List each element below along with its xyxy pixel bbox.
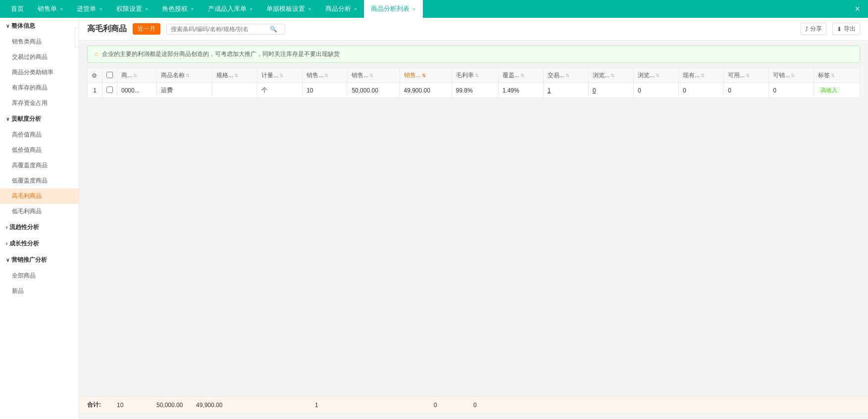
col-available-stock[interactable]: 可用...⇅: [724, 68, 769, 83]
col-sales-net[interactable]: 销售...⇅: [400, 68, 452, 83]
nav-sales-order[interactable]: 销售单 ×: [31, 0, 70, 18]
col-sellable[interactable]: 可销...⇅: [769, 68, 814, 83]
sidebar-group-marketing[interactable]: ∨ 营销推广分析: [0, 252, 79, 268]
row-sales-net: 49,900.00: [400, 83, 452, 98]
row-name: 运费: [157, 83, 212, 98]
close-icon[interactable]: ×: [308, 6, 311, 12]
col-tag[interactable]: 标签⇅: [814, 68, 860, 83]
close-icon[interactable]: ×: [412, 6, 415, 12]
table-footer: 合计: 10 50,000.00 49,900.00 1 0 0: [79, 396, 868, 413]
close-icon[interactable]: ×: [145, 6, 148, 12]
sidebar-collapse-button[interactable]: 《: [75, 28, 79, 47]
sidebar-group-contribution[interactable]: ∨ 贡献度分析: [0, 111, 79, 127]
nav-role-auth[interactable]: 角色授权 ×: [155, 0, 201, 18]
data-table: ⚙ 商...⇅ 商品名称⇅ 规格...⇅ 计量...⇅ 销售...⇅ 销售...…: [87, 68, 860, 98]
sidebar-item-low-margin[interactable]: 低毛利商品: [0, 204, 79, 219]
row-sales-amount: 50,000.00: [348, 83, 400, 98]
col-sales-amount[interactable]: 销售...⇅: [348, 68, 400, 83]
time-filter-button[interactable]: 近一月: [133, 23, 160, 35]
nav-permission-settings[interactable]: 权限设置 ×: [109, 0, 155, 18]
footer-available-stock: 0: [467, 402, 507, 409]
nav-product-analysis[interactable]: 商品分析 ×: [318, 0, 364, 18]
table-header-row: ⚙ 商...⇅ 商品名称⇅ 规格...⇅ 计量...⇅ 销售...⇅ 销售...…: [88, 68, 860, 83]
search-icon[interactable]: 🔍: [270, 26, 277, 33]
col-current-stock[interactable]: 现有...⇅: [679, 68, 724, 83]
content-area: 高毛利商品 近一月 🔍 ⤴ 分享 ⬇ 导出 ☆ 企业的主要的利润都是这部分商品创…: [79, 18, 868, 419]
col-spec[interactable]: 规格...⇅: [212, 68, 257, 83]
sidebar-item-low-value[interactable]: 低价值商品: [0, 142, 79, 158]
sidebar: ∨ 整体信息 销售类商品 交易过的商品 商品分类助销率 有库存的商品 库存资金占…: [0, 18, 79, 419]
col-settings[interactable]: ⚙: [88, 68, 102, 83]
window-close-button[interactable]: ×: [851, 4, 864, 14]
row-spec: [212, 83, 257, 98]
row-no: 1: [88, 83, 102, 98]
nav-product-inbound[interactable]: 产成品入库单 ×: [201, 0, 259, 18]
col-gross-margin[interactable]: 毛利率⇅: [452, 68, 498, 83]
tip-banner: ☆ 企业的主要的利润都是这部分商品创造的，可考虑加大推广，同时关注库存是不要出现…: [87, 46, 860, 63]
col-name[interactable]: 商品名称⇅: [157, 68, 212, 83]
row-checkbox[interactable]: [102, 83, 117, 98]
close-icon[interactable]: ×: [60, 6, 63, 12]
sidebar-item-high-margin[interactable]: 高毛利商品: [0, 188, 79, 204]
footer-empty3: [349, 402, 388, 409]
share-icon: ⤴: [805, 26, 808, 33]
sidebar-item-new-products[interactable]: 新品: [0, 283, 79, 299]
sidebar-item-high-coverage[interactable]: 高覆盖度商品: [0, 158, 79, 173]
row-select-checkbox[interactable]: [106, 87, 113, 93]
nav-purchase-order[interactable]: 进货单 ×: [70, 0, 109, 18]
export-icon: ⬇: [837, 26, 842, 33]
tip-icon: ☆: [94, 51, 99, 58]
nav-home[interactable]: 首页: [4, 0, 31, 18]
footer-sales-net: 49,900.00: [190, 402, 230, 409]
row-gross-margin: 99.8%: [452, 83, 498, 98]
col-browse2[interactable]: 浏览...⇅: [633, 68, 678, 83]
footer-empty2: [269, 402, 309, 409]
col-sales-qty[interactable]: 销售...⇅: [303, 68, 348, 83]
horizontal-scrollbar[interactable]: [79, 413, 868, 419]
footer-sales-qty: 10: [111, 402, 151, 409]
search-input[interactable]: [171, 26, 270, 33]
sidebar-group-growth[interactable]: › 成长性分析: [0, 235, 79, 252]
col-unit[interactable]: 计量...⇅: [257, 68, 303, 83]
sidebar-item-all-goods[interactable]: 全部商品: [0, 268, 79, 283]
row-trade: 1: [543, 83, 588, 98]
col-trade[interactable]: 交易...⇅: [543, 68, 588, 83]
sidebar-item-in-stock-goods[interactable]: 有库存的商品: [0, 80, 79, 95]
col-coverage[interactable]: 覆盖...⇅: [498, 68, 543, 83]
close-icon[interactable]: ×: [191, 6, 194, 12]
col-browse1[interactable]: 浏览...⇅: [588, 68, 633, 83]
select-all-checkbox[interactable]: [106, 72, 113, 78]
row-available-stock: 0: [724, 83, 769, 98]
col-code[interactable]: 商...⇅: [117, 68, 157, 83]
sidebar-group-overall-info[interactable]: ∨ 整体信息: [0, 18, 79, 34]
export-button[interactable]: ⬇ 导出: [832, 23, 860, 35]
sidebar-item-traded-goods[interactable]: 交易过的商品: [0, 49, 79, 65]
nav-template-settings[interactable]: 单据模板设置 ×: [259, 0, 318, 18]
footer-empty1: [230, 402, 269, 409]
row-unit: 个: [257, 83, 303, 98]
footer-values: 10 50,000.00 49,900.00 1 0 0: [111, 402, 507, 409]
content-header: 高毛利商品 近一月 🔍 ⤴ 分享 ⬇ 导出: [79, 18, 868, 41]
sidebar-item-high-value[interactable]: 高价值商品: [0, 127, 79, 142]
expand-icon: ∨: [6, 23, 9, 29]
share-button[interactable]: ⤴ 分享: [801, 23, 826, 35]
sidebar-item-sales-goods[interactable]: 销售类商品: [0, 34, 79, 49]
nav-product-analysis-list[interactable]: 商品分析列表 ×: [364, 0, 422, 18]
table-wrapper: ⚙ 商...⇅ 商品名称⇅ 规格...⇅ 计量...⇅ 销售...⇅ 销售...…: [79, 68, 868, 396]
sidebar-item-category-rate[interactable]: 商品分类助销率: [0, 65, 79, 80]
close-icon[interactable]: ×: [354, 6, 357, 12]
expand-icon: ›: [6, 241, 7, 246]
row-sales-qty: 10: [303, 83, 348, 98]
sidebar-item-low-coverage[interactable]: 低覆盖度商品: [0, 173, 79, 188]
col-checkbox[interactable]: [102, 68, 117, 83]
header-actions: ⤴ 分享 ⬇ 导出: [801, 23, 860, 35]
footer-total-label: 合计:: [87, 401, 101, 409]
close-icon[interactable]: ×: [250, 6, 253, 12]
row-browse1: 0: [588, 83, 633, 98]
sidebar-item-stock-capital[interactable]: 库存资金占用: [0, 95, 79, 111]
row-current-stock: 0: [679, 83, 724, 98]
footer-current-stock: 0: [428, 402, 467, 409]
close-icon[interactable]: ×: [99, 6, 102, 12]
expand-icon: ›: [6, 225, 7, 230]
sidebar-group-flow-trend[interactable]: › 流趋性分析: [0, 219, 79, 235]
